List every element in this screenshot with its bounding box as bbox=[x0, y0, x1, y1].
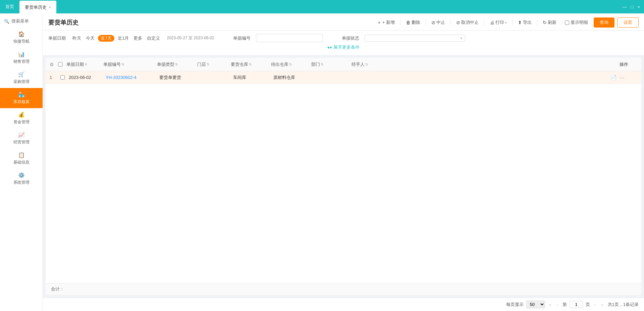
print-dropdown-icon: ▾ bbox=[505, 21, 507, 25]
sidebar-label-system: 系统管理 bbox=[13, 180, 30, 185]
doc-status-label: 单据状态 bbox=[342, 35, 359, 41]
tab-close-icon[interactable]: × bbox=[49, 5, 51, 10]
doc-number-input[interactable] bbox=[256, 34, 323, 42]
display-detail-toggle[interactable]: 显示明细 bbox=[565, 19, 588, 26]
sidebar-item-basic-info[interactable]: 📋 基础信息 bbox=[0, 148, 43, 169]
delete-icon: 🗑 bbox=[406, 20, 411, 25]
col-header-store[interactable]: 门店 ⇅ bbox=[197, 61, 231, 68]
row-more-icon-1[interactable]: ⋯ bbox=[620, 75, 625, 81]
date-btn-1month[interactable]: 近1月 bbox=[116, 35, 130, 42]
refresh-icon: ↻ bbox=[543, 20, 547, 25]
sidebar-item-inventory[interactable]: 🏪 库存核算 bbox=[0, 88, 43, 108]
header-actions: + + 新增 🗑 删除 ⊘ 中止 ⊘ 取消中止 bbox=[375, 17, 639, 28]
cancel-stop-button[interactable]: ⊘ 取消中止 bbox=[453, 18, 481, 27]
sidebar-label-inventory: 库存核算 bbox=[13, 99, 30, 105]
sidebar-label-purchase: 采购管理 bbox=[13, 79, 30, 85]
col-header-type[interactable]: 单据类型 ⇅ bbox=[157, 61, 197, 68]
quicknav-icon: 🏠 bbox=[18, 31, 25, 37]
maximize-icon[interactable]: □ bbox=[631, 4, 634, 9]
table-container: ⚙ 单据日期 ⇅ 单据编号 ⇅ 单据类型 ⇅ 门店 ⇅ bbox=[46, 58, 641, 295]
sidebar-search-label: 搜索菜单 bbox=[11, 18, 29, 24]
sidebar-item-system[interactable]: ⚙️ 系统管理 bbox=[0, 169, 43, 189]
divider7 bbox=[562, 20, 562, 25]
date-btn-today[interactable]: 今天 bbox=[85, 35, 96, 42]
table-body: 1 2023-06-02 YH-20230602-4 要货单要货 车间库 原材料… bbox=[46, 71, 641, 283]
sidebar-label-basic-info: 基础信息 bbox=[13, 160, 30, 165]
print-icon: 🖨 bbox=[490, 20, 494, 25]
minimize-icon[interactable]: — bbox=[623, 4, 627, 9]
divider4 bbox=[484, 20, 484, 25]
row-date-1: 2023-06-02 bbox=[69, 75, 106, 80]
close-window-icon[interactable]: × bbox=[637, 4, 640, 9]
row-actions-1: 📄 ⋯ bbox=[610, 75, 637, 81]
system-icon: ⚙️ bbox=[18, 172, 25, 178]
sort-icon-handler: ⇅ bbox=[365, 62, 368, 66]
sidebar-item-operations[interactable]: 📈 经营管理 bbox=[0, 128, 43, 148]
table-settings-icon[interactable]: ⚙ bbox=[50, 62, 54, 67]
date-btn-more[interactable]: 更多 bbox=[132, 35, 144, 42]
divider8 bbox=[591, 20, 591, 25]
page-size-select[interactable]: 50 100 200 bbox=[526, 301, 545, 308]
doc-number-label: 单据编号 bbox=[233, 35, 251, 41]
date-shortcuts: 昨天 今天 近7天 近1月 更多 自定义 bbox=[71, 35, 161, 42]
display-detail-checkbox[interactable] bbox=[565, 20, 569, 25]
filter-row: 单据日期 昨天 今天 近7天 近1月 更多 自定义 2023-05-27 至 2… bbox=[48, 34, 639, 42]
export-button[interactable]: ⬆ 导出 bbox=[515, 18, 534, 27]
delete-button[interactable]: 🗑 删除 bbox=[403, 18, 423, 27]
row-code-link-1[interactable]: YH-20230602-4 bbox=[106, 75, 137, 80]
col-header-req-warehouse[interactable]: 要货仓库 ⇅ bbox=[231, 61, 271, 68]
date-btn-7days[interactable]: 近7天 bbox=[98, 35, 114, 42]
cancel-stop-icon: ⊘ bbox=[456, 20, 460, 25]
sidebar-search[interactable]: 🔍 搜索菜单 bbox=[0, 15, 43, 28]
operations-icon: 📈 bbox=[18, 132, 25, 138]
date-btn-yesterday[interactable]: 昨天 bbox=[71, 35, 83, 42]
first-page-btn[interactable]: « bbox=[548, 301, 553, 308]
sidebar: 🔍 搜索菜单 🏠 快捷导航 📊 销售管理 🛒 采购管理 🏪 库存核算 💰 资金管… bbox=[0, 13, 43, 311]
page-input[interactable] bbox=[570, 301, 583, 308]
col-header-pending-warehouse[interactable]: 待出仓库 ⇅ bbox=[271, 61, 311, 68]
main-layout: 🔍 搜索菜单 🏠 快捷导航 📊 销售管理 🛒 采购管理 🏪 库存核算 💰 资金管… bbox=[0, 13, 644, 311]
row-edit-icon-1[interactable]: 📄 bbox=[610, 75, 617, 81]
select-all-checkbox[interactable] bbox=[58, 62, 62, 66]
page-title: 要货单历史 bbox=[48, 18, 78, 27]
date-label: 单据日期 bbox=[48, 35, 66, 41]
sort-icon-store: ⇅ bbox=[207, 62, 209, 66]
doc-status-select[interactable]: ▾ bbox=[365, 35, 465, 42]
col-header-code[interactable]: 单据编号 ⇅ bbox=[103, 61, 157, 68]
row-type-1: 要货单要货 bbox=[159, 75, 200, 81]
new-button[interactable]: + + 新增 bbox=[375, 18, 397, 27]
row-pending-warehouse-1: 原材料仓库 bbox=[273, 75, 314, 81]
tab-active[interactable]: 要货单历史 × bbox=[19, 1, 56, 14]
finance-icon: 💰 bbox=[18, 112, 25, 118]
tab-home[interactable]: 首页 bbox=[0, 0, 19, 13]
row-code-1[interactable]: YH-20230602-4 bbox=[106, 75, 159, 80]
row-num-1: 1 bbox=[50, 75, 60, 80]
sidebar-item-quicknav[interactable]: 🏠 快捷导航 bbox=[0, 28, 43, 48]
stop-button[interactable]: ⊘ 中止 bbox=[429, 18, 448, 27]
print-button[interactable]: 🖨 打印 ▾ bbox=[487, 18, 509, 27]
sidebar-item-purchase[interactable]: 🛒 采购管理 bbox=[0, 68, 43, 88]
basic-info-icon: 📋 bbox=[18, 152, 25, 158]
setting-button[interactable]: 设置 bbox=[617, 17, 639, 28]
date-btn-custom[interactable]: 自定义 bbox=[146, 35, 161, 42]
page-header: 要货单历史 + + 新增 🗑 删除 ⊘ 中止 ⊘ bbox=[43, 13, 644, 31]
table-footer: 合计： bbox=[46, 283, 641, 295]
filter-area: 单据日期 昨天 今天 近7天 近1月 更多 自定义 2023-05-27 至 2… bbox=[43, 31, 644, 55]
sidebar-item-finance[interactable]: 💰 资金管理 bbox=[0, 108, 43, 128]
search-icon: 🔍 bbox=[4, 19, 9, 24]
divider6 bbox=[537, 20, 537, 25]
refresh-button[interactable]: ↻ 刷新 bbox=[540, 18, 559, 27]
col-header-handler[interactable]: 经手人 ⇅ bbox=[352, 61, 402, 68]
prev-page-btn[interactable]: ‹ bbox=[555, 301, 560, 308]
top-bar-right: — □ × bbox=[623, 4, 644, 9]
expand-more-btn[interactable]: ▾▾ 展开更多条件 bbox=[48, 42, 639, 52]
col-header-dept[interactable]: 部门 ⇅ bbox=[311, 61, 352, 68]
sidebar-item-sales[interactable]: 📊 销售管理 bbox=[0, 48, 43, 68]
table-header: ⚙ 单据日期 ⇅ 单据编号 ⇅ 单据类型 ⇅ 门店 ⇅ bbox=[46, 58, 641, 71]
row-checkbox-1[interactable] bbox=[60, 75, 65, 80]
last-page-btn[interactable]: » bbox=[600, 301, 605, 308]
next-page-btn[interactable]: › bbox=[593, 301, 597, 308]
inventory-icon: 🏪 bbox=[18, 91, 25, 98]
col-header-date[interactable]: 单据日期 ⇅ bbox=[66, 61, 103, 68]
query-button[interactable]: 查询 bbox=[594, 17, 614, 28]
